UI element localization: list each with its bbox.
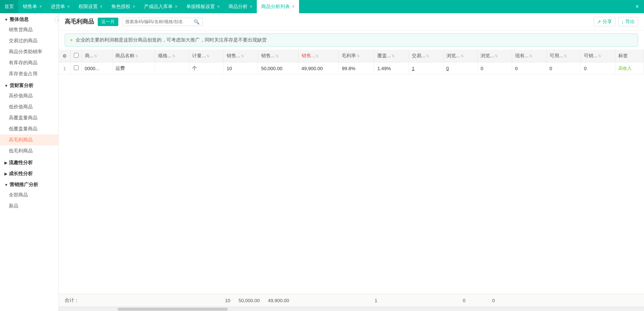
transaction-link[interactable]: 1: [412, 66, 414, 71]
sidebar-item-new-goods[interactable]: 新品: [0, 200, 58, 211]
cell-name: 运费: [112, 62, 155, 75]
col-sales-profit[interactable]: 销售...⇅: [298, 50, 339, 62]
close-product-analysis-list[interactable]: ×: [292, 0, 295, 13]
sort-icon-8: ⇅: [357, 54, 360, 58]
cell-gross-margin: 99.8%: [339, 62, 374, 75]
info-banner: ✦ 企业的主要的利润都是这部分商品创造的，可考虑加大推广，同时关注库存是不要出现…: [65, 33, 638, 47]
row-checkbox[interactable]: [74, 65, 79, 70]
arrow-right-icon: ▶: [4, 161, 7, 165]
table-row: 1 0000... 运费 个 10 50,000.00 49,900.00 99…: [59, 62, 644, 75]
tip-icon: ✦: [69, 37, 73, 43]
share-button[interactable]: ↗ 分享: [594, 17, 615, 26]
share-icon: ↗: [597, 19, 601, 25]
search-icon[interactable]: 🔍: [194, 19, 199, 25]
sort-icon-4: ⇅: [206, 54, 209, 58]
arrow-down-icon-3: ▼: [4, 183, 8, 187]
col-name[interactable]: 商品名称⇅: [112, 50, 155, 62]
sidebar-item-high-value[interactable]: 高价值商品: [0, 90, 58, 101]
header-actions: ↗ 分享 ↓ 导出: [594, 17, 638, 26]
nav-template-settings[interactable]: 单据模板设置 ×: [182, 0, 224, 13]
sidebar-group-liquidity[interactable]: ▶ 流趣性分析: [0, 156, 58, 167]
sidebar-item-all-goods[interactable]: 全部商品: [0, 189, 58, 200]
footer-current-stock: 0: [439, 298, 468, 303]
col-coverage[interactable]: 覆盖...⇅: [374, 50, 409, 62]
sort-icon-5: ⇅: [241, 54, 244, 58]
cell-saleable-stock: 0: [581, 62, 615, 75]
col-unit[interactable]: 计量...⇅: [189, 50, 224, 62]
sort-icon-3: ⇅: [172, 54, 175, 58]
nav-role-auth[interactable]: 角色授权 ×: [107, 0, 140, 13]
sidebar-group-marketing[interactable]: ▼ 营销推广分析: [0, 178, 58, 189]
col-tag[interactable]: 标签: [615, 50, 644, 62]
period-button[interactable]: 近一月: [98, 18, 118, 26]
sort-icon-9: ⇅: [392, 54, 395, 58]
col-sales-amount[interactable]: 销售...⇅: [258, 50, 298, 62]
browse1-link[interactable]: 0: [446, 66, 449, 71]
content-area: 高毛利商品 近一月 🔍 ↗ 分享 ↓ 导出 ✦ 企业的主要的利润都是这部分商品创…: [59, 13, 644, 311]
nav-product-analysis[interactable]: 商品分析 ×: [224, 0, 257, 13]
search-input[interactable]: [125, 19, 191, 24]
data-table-wrap: ⚙ 商...⇅ 商品名称⇅ 规格...⇅ 计量...⇅ 销售...⇅ 销售...…: [59, 50, 644, 294]
col-saleable-stock[interactable]: 可销...⇅: [581, 50, 615, 62]
cell-sales-amount: 50,000.00: [258, 62, 298, 75]
sidebar-item-sales-goods[interactable]: 销售货商品: [0, 24, 58, 35]
cell-browse2: 0: [478, 62, 512, 75]
sort-icon-13: ⇅: [529, 54, 532, 58]
sidebar-group-overall[interactable]: ▼ 整体信息: [0, 13, 58, 24]
nav-product-analysis-list[interactable]: 商品分析列表 ×: [257, 0, 299, 13]
scrollbar-thumb[interactable]: [118, 308, 228, 311]
nav-purchase-order[interactable]: 进货单 ×: [46, 0, 74, 13]
col-transaction[interactable]: 交易...⇅: [409, 50, 443, 62]
select-all-checkbox[interactable]: [74, 53, 79, 58]
col-gross-margin[interactable]: 毛利率⇅: [339, 50, 374, 62]
export-button[interactable]: ↓ 导出: [618, 17, 638, 26]
sidebar-item-in-stock-goods[interactable]: 有库存的商品: [0, 57, 58, 68]
col-code[interactable]: 商...⇅: [82, 50, 112, 62]
sidebar-group-wealth[interactable]: ▼ 货财富分析: [0, 79, 58, 90]
nav-sales-order[interactable]: 销售单 ×: [18, 0, 46, 13]
sidebar-item-high-coverage[interactable]: 高覆盖量商品: [0, 112, 58, 123]
col-browse1[interactable]: 浏览...⇅: [443, 50, 478, 62]
sidebar-item-category-sales-rate[interactable]: 商品分类助销率: [0, 46, 58, 57]
close-production-inbound[interactable]: ×: [175, 0, 177, 13]
col-spec[interactable]: 规格...⇅: [155, 50, 189, 62]
col-current-stock[interactable]: 现有...⇅: [512, 50, 547, 62]
sidebar-item-high-margin[interactable]: 高毛利商品: [0, 134, 58, 145]
data-table: ⚙ 商...⇅ 商品名称⇅ 规格...⇅ 计量...⇅ 销售...⇅ 销售...…: [59, 50, 644, 75]
arrow-right-icon-2: ▶: [4, 172, 7, 176]
sidebar-item-traded-goods[interactable]: 交易过的商品: [0, 35, 58, 46]
sidebar-group-growth[interactable]: ▶ 成长性分析: [0, 167, 58, 178]
col-browse2[interactable]: 浏览...⇅: [478, 50, 512, 62]
main-layout: « ▼ 整体信息 销售货商品 交易过的商品 商品分类助销率 有库存的商品 库存资…: [0, 13, 644, 311]
sidebar-item-low-coverage[interactable]: 低覆盖量商品: [0, 123, 58, 134]
col-settings[interactable]: ⚙: [59, 50, 71, 62]
close-template-settings[interactable]: ×: [217, 0, 220, 13]
cell-checkbox[interactable]: [71, 62, 82, 75]
nav-production-inbound[interactable]: 产成品入库单 ×: [140, 0, 182, 13]
col-available-stock[interactable]: 可用...⇅: [546, 50, 581, 62]
close-role-auth[interactable]: ×: [133, 0, 135, 13]
footer-sales-profit: 49,900.00: [263, 298, 292, 303]
cell-index: 1: [59, 62, 71, 75]
sort-icon-14: ⇅: [564, 54, 567, 58]
sort-icon-12: ⇅: [495, 54, 498, 58]
footer-available-stock: 0: [468, 298, 498, 303]
arrow-down-icon: ▼: [4, 18, 8, 22]
sidebar-item-low-margin[interactable]: 低毛利商品: [0, 145, 58, 156]
cell-sales-qty: 10: [224, 62, 258, 75]
col-checkbox[interactable]: [71, 50, 82, 62]
nav-permission-settings[interactable]: 权限设置 ×: [74, 0, 107, 13]
nav-home[interactable]: 首页: [0, 0, 18, 13]
sidebar-item-low-value[interactable]: 低价值商品: [0, 101, 58, 112]
horizontal-scrollbar[interactable]: [59, 307, 644, 311]
close-purchase-order[interactable]: ×: [67, 0, 70, 13]
cell-tag: 高收入: [615, 62, 644, 75]
close-permission-settings[interactable]: ×: [100, 0, 102, 13]
sort-icon: ⇅: [94, 54, 97, 58]
sidebar-item-stock-capital[interactable]: 库存资金占用: [0, 68, 58, 79]
close-product-analysis[interactable]: ×: [250, 0, 252, 13]
cell-browse1: 0: [443, 62, 478, 75]
window-close-button[interactable]: ×: [630, 0, 644, 13]
close-sales-order[interactable]: ×: [39, 0, 42, 13]
col-sales-qty[interactable]: 销售...⇅: [224, 50, 258, 62]
